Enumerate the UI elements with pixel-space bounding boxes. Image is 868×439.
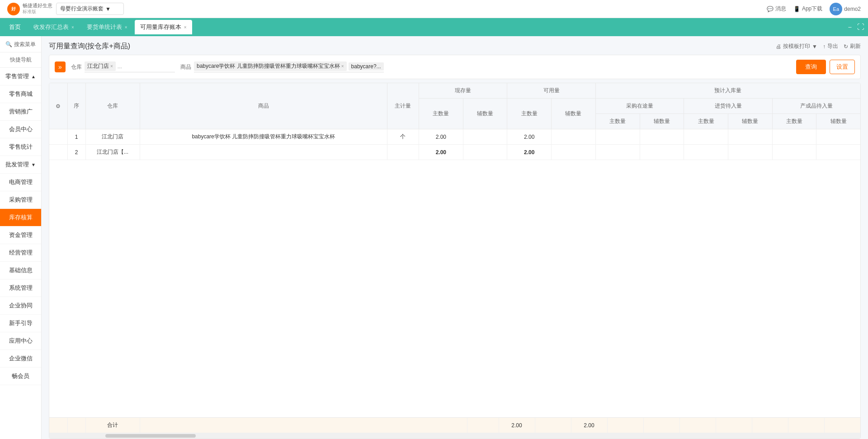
refresh-label: 刷新 <box>850 42 861 50</box>
export-icon: ↑ <box>823 43 826 50</box>
sidebar-item-operations[interactable]: 经营管理 <box>0 244 41 262</box>
data-table: ⚙ 序 仓库 商品 主计量 现存量 可用量 预计入库量 主数量 辅 <box>49 83 860 160</box>
th-product-main: 主数量 <box>772 114 816 129</box>
product-label: 商品 <box>180 63 191 71</box>
th-settings[interactable]: ⚙ <box>49 83 67 129</box>
row1-purchase-main <box>595 129 640 145</box>
system-label: 系统管理 <box>9 284 33 292</box>
logo-text-area: 畅捷通好生意 标准版 <box>23 3 52 15</box>
sidebar-item-purchase[interactable]: 采购管理 <box>0 191 41 209</box>
minimize-icon[interactable]: － <box>846 23 854 32</box>
row1-incoming-main <box>684 129 728 145</box>
sidebar-item-retail-mgmt[interactable]: 零售管理 ▲ <box>0 68 41 85</box>
sidebar-item-finance[interactable]: 资金管理 <box>0 227 41 244</box>
row1-product: babycare学饮杯 儿童防摔防撞吸管杯重力球吸嘴杯宝宝水杯 <box>140 129 387 145</box>
sidebar-item-wechat[interactable]: 企业微信 <box>0 350 41 368</box>
footer-stock-main: 2.00 <box>499 418 535 433</box>
refresh-icon: ↻ <box>844 43 848 50</box>
footer-settings-cell <box>49 418 67 433</box>
page-header: 可用量查询(按仓库+商品) 🖨 按模板打印 ▼ ↑ 导出 ↻ 刷新 <box>42 36 868 51</box>
warehouse-label: 仓库 <box>71 63 82 71</box>
th-warehouse: 仓库 <box>85 83 140 129</box>
row2-unit <box>387 145 419 160</box>
warehouse-tag: 江北门店 × <box>85 61 116 71</box>
settings-button[interactable]: 设置 <box>830 60 855 74</box>
tab-home[interactable]: 首页 <box>4 20 26 34</box>
export-btn[interactable]: ↑ 导出 <box>823 42 838 50</box>
sidebar-item-ecommerce[interactable]: 电商管理 <box>0 174 41 191</box>
industry-selector[interactable]: 母婴行业演示账套 ▼ <box>56 3 124 15</box>
app-download-btn[interactable]: 📱 App下载 <box>793 5 822 13</box>
product-tag-1: babycare学饮杯 儿童防摔防撞吸管杯重力球吸嘴杯宝宝水杯 × <box>194 61 347 71</box>
product-tag-2-text: babycare?... <box>351 63 381 70</box>
filter-toggle-btn[interactable]: » <box>55 61 66 72</box>
avatar: Ea <box>830 3 842 15</box>
query-button[interactable]: 查询 <box>796 60 826 74</box>
footer-purchase-main <box>643 418 679 433</box>
footer-avail-main: 2.00 <box>571 418 607 433</box>
logo-text: 畅捷通好生意 <box>23 3 52 9</box>
table-wrapper[interactable]: ⚙ 序 仓库 商品 主计量 现存量 可用量 预计入库量 主数量 辅 <box>49 83 860 417</box>
product-tag-2: babycare?... <box>349 62 384 71</box>
warehouse-tag-close[interactable]: × <box>110 64 113 69</box>
sidebar-item-member[interactable]: 会员中心 <box>0 121 41 138</box>
footer-avail-aux <box>607 418 643 433</box>
sidebar-quick-nav[interactable]: 快捷导航 <box>0 52 41 68</box>
refresh-btn[interactable]: ↻ 刷新 <box>844 42 861 50</box>
table-row: 2 江北门店【... 2.00 2.00 <box>49 145 860 160</box>
wholesale-label: 批发管理 <box>5 160 29 169</box>
marketing-label: 营销推广 <box>9 108 33 116</box>
tab-receipt-summary[interactable]: 收发存汇总表 × <box>28 20 80 34</box>
footer-purchase-aux <box>679 418 716 433</box>
scroll-thumb[interactable] <box>105 434 196 438</box>
table-footer: 合计 2.00 2.00 <box>49 417 860 439</box>
maximize-icon[interactable]: ⛶ <box>857 23 864 31</box>
sidebar-item-member-plus[interactable]: 畅会员 <box>0 368 41 385</box>
product-filter: 商品 babycare学饮杯 儿童防摔防撞吸管杯重力球吸嘴杯宝宝水杯 × bab… <box>180 61 384 72</box>
member-label: 会员中心 <box>9 125 33 133</box>
quick-nav-label: 快捷导航 <box>10 57 32 63</box>
sidebar-item-system[interactable]: 系统管理 <box>0 279 41 297</box>
sidebar-item-enterprise[interactable]: 企业协同 <box>0 297 41 315</box>
logo-area: 好 畅捷通好生意 标准版 <box>7 3 52 15</box>
sidebar-item-guide[interactable]: 新手引导 <box>0 315 41 332</box>
ecommerce-label: 电商管理 <box>9 178 33 186</box>
row1-seq: 1 <box>67 129 85 145</box>
sidebar-item-retail-stats[interactable]: 零售统计 <box>0 138 41 156</box>
sidebar-item-app-center[interactable]: 应用中心 <box>0 332 41 350</box>
sidebar-item-wholesale[interactable]: 批发管理 ▼ <box>0 156 41 174</box>
th-avail-main: 主数量 <box>507 99 552 129</box>
sidebar-item-retail-mall[interactable]: 零售商城 <box>0 85 41 103</box>
message-icon: 💬 <box>767 6 774 12</box>
app-download-label: App下载 <box>802 5 822 13</box>
logo-icon: 好 <box>7 3 20 15</box>
tab-receipt-close-icon[interactable]: × <box>71 25 74 30</box>
product-tag-container[interactable]: babycare学饮杯 儿童防摔防撞吸管杯重力球吸嘴杯宝宝水杯 × babyca… <box>194 61 384 72</box>
sidebar-item-inventory[interactable]: 库存核算 <box>0 209 41 227</box>
tab-receipt-label: 收发存汇总表 <box>33 23 69 31</box>
wechat-label: 企业微信 <box>9 354 33 363</box>
row1-unit: 个 <box>387 129 419 145</box>
tab-available-close-icon[interactable]: × <box>184 25 187 30</box>
th-purchase-main: 主数量 <box>595 114 640 129</box>
warehouse-tag-container[interactable]: 江北门店 × ... <box>85 61 175 72</box>
tab-order-close-icon[interactable]: × <box>125 25 127 30</box>
message-btn[interactable]: 💬 消息 <box>767 5 786 13</box>
th-seq: 序 <box>67 83 85 129</box>
tab-available-stock[interactable]: 可用量库存账本 × <box>135 20 192 34</box>
scroll-bar-area[interactable] <box>49 433 860 439</box>
print-btn[interactable]: 🖨 按模板打印 ▼ <box>776 42 817 50</box>
top-bar: 好 畅捷通好生意 标准版 母婴行业演示账套 ▼ 💬 消息 📱 App下载 Ea … <box>0 0 868 18</box>
footer-product-cell <box>140 418 467 433</box>
row1-stock-aux <box>463 129 507 145</box>
th-purchase-transit-group: 采购在途量 <box>595 99 684 114</box>
finance-label: 资金管理 <box>9 231 33 239</box>
row1-product-aux <box>816 129 860 145</box>
product-tag-1-close[interactable]: × <box>341 64 344 69</box>
member-plus-label: 畅会员 <box>12 372 29 380</box>
sidebar-item-marketing[interactable]: 营销推广 <box>0 103 41 121</box>
sidebar-item-basic-info[interactable]: 基础信息 <box>0 262 41 279</box>
user-menu[interactable]: Ea demo2 <box>830 3 861 15</box>
sidebar-search[interactable]: 🔍 搜索菜单 <box>0 36 41 52</box>
tab-order-stats[interactable]: 要货单统计表 × <box>81 20 133 34</box>
